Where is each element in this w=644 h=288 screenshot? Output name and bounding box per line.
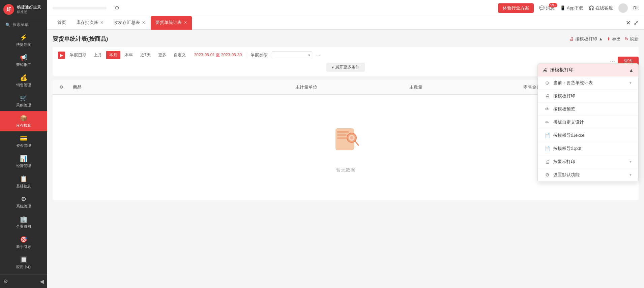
dropdown-item-template-pdf[interactable]: 📄 按模板导出pdf	[538, 142, 638, 155]
sidebar-item-purchase[interactable]: 🛒 采购管理	[0, 91, 47, 111]
th-unit: 主计量单位	[293, 84, 407, 90]
message-item[interactable]: 💬 消息 99+	[539, 5, 555, 11]
date-btn-more[interactable]: 更多	[155, 51, 169, 59]
quick-nav-icon: ⚡	[20, 34, 27, 41]
date-btn-7days[interactable]: 近7天	[137, 51, 154, 59]
sidebar-item-system[interactable]: ⚙ 系统管理	[0, 192, 47, 212]
date-label: 单据日期	[69, 52, 87, 58]
tab-home[interactable]: 首页	[53, 16, 71, 30]
sidebar-item-wechat[interactable]: 💬 企业微信	[0, 273, 47, 275]
date-btn-prev[interactable]: 上月	[91, 51, 105, 59]
operation-icon: 📊	[20, 155, 27, 162]
date-buttons: 上月本月本年近7天更多自定义	[91, 51, 189, 59]
system-icon: ⚙	[21, 195, 26, 203]
sidebar-item-finance[interactable]: 💳 资金管理	[0, 131, 47, 152]
th-product: 商品	[70, 84, 293, 90]
headset-icon: 🎧	[589, 5, 594, 10]
dropdown-item-template-design[interactable]: ✏ 模板自定义设计	[538, 116, 638, 129]
doc-type-select[interactable]	[272, 51, 312, 59]
sidebar-item-sales[interactable]: 💰 销售管理	[0, 71, 47, 91]
dropdown-header: 🖨 按模板打印 ▲	[538, 64, 638, 76]
doc-type-select-wrapper	[272, 51, 312, 59]
inventory-icon: 📦	[20, 115, 27, 122]
logo-text: 畅捷通好生意 标准版	[17, 5, 41, 14]
template-print-icon: 🖨	[545, 93, 550, 99]
template-pdf-icon: 📄	[545, 146, 550, 151]
more-options-icon[interactable]: ···	[316, 53, 320, 58]
chevron-up-icon: ▲	[598, 36, 603, 41]
sidebar-item-marketing[interactable]: 📢 营销推广	[0, 51, 47, 71]
logo-icon: 好	[3, 4, 14, 15]
online-service-item[interactable]: 🎧 在线客服	[589, 5, 613, 11]
sidebar: 好 畅捷通好生意 标准版 🔍 搜索菜单 ⚡ 快捷导航 📢 营销推广 💰 销售管理…	[0, 0, 47, 288]
print-icon: 🖨	[569, 36, 574, 41]
printer-icon: 🖨	[543, 67, 547, 73]
message-badge: 99+	[549, 3, 557, 7]
trial-button[interactable]: 体验行业方案	[498, 3, 534, 13]
topbar-search-display	[53, 7, 107, 9]
dropdown-item-template-excel[interactable]: 📄 按模板导出excel	[538, 129, 638, 142]
sidebar-item-appstore[interactable]: 🔲 应用中心	[0, 253, 47, 273]
page-actions: 🖨 按模板打印 ▲ ⬆ 导出 ↻ 刷新	[569, 36, 639, 42]
tab-order-stats[interactable]: 要货单统计表✕	[151, 16, 192, 30]
app-download-icon: 📱	[560, 5, 565, 10]
filter-toggle-button[interactable]: ▶	[58, 52, 65, 59]
svg-rect-3	[337, 134, 347, 136]
collapse-icon[interactable]: ◀	[40, 278, 44, 285]
export-action-button[interactable]: ⬆ 导出	[607, 36, 621, 42]
empty-text: 暂无数据	[336, 167, 355, 173]
default-func-arrow-icon: ▾	[630, 172, 632, 177]
sidebar-item-operation[interactable]: 📊 经营管理	[0, 152, 47, 172]
sales-icon: 💰	[20, 74, 27, 82]
sidebar-item-newbie[interactable]: 🎯 新手引导	[0, 232, 47, 253]
default-func-icon: ⚙	[545, 172, 550, 178]
settings-icon[interactable]: ⚙	[3, 278, 8, 285]
dropdown-item-display-print[interactable]: 🖨 按显示打印 ▾	[538, 155, 638, 168]
tab-close-inventory-batch[interactable]: ✕	[100, 20, 104, 25]
date-range: 2023-06-01 至 2023-06-30	[194, 52, 242, 58]
sidebar-item-inventory[interactable]: 📦 库存核算	[0, 111, 47, 131]
tab-receipt-summary[interactable]: 收发存汇总表✕	[109, 16, 150, 30]
tab-close-receipt-summary[interactable]: ✕	[142, 20, 145, 25]
user-avatar[interactable]	[618, 3, 628, 13]
topbar-gear-icon[interactable]: ⚙	[115, 5, 119, 11]
page-header: 要货单统计表(按商品) 🖨 按模板打印 ▲ ⬆ 导出 ↻ 刷新	[53, 35, 639, 43]
close-tab-button[interactable]: ✕	[626, 19, 631, 27]
app-download-item[interactable]: 📱 App下载	[560, 5, 583, 11]
finance-icon: 💳	[20, 135, 27, 142]
refresh-icon: ↻	[625, 36, 628, 41]
doc-type-label: 单据类型	[250, 52, 268, 58]
purchase-icon: 🛒	[20, 94, 27, 102]
date-btn-curr[interactable]: 本月	[106, 51, 120, 59]
tab-inventory-batch[interactable]: 库存批次账✕	[71, 16, 108, 30]
template-preview-icon: 👁	[545, 106, 550, 112]
sidebar-search[interactable]: 🔍 搜索菜单	[0, 19, 47, 30]
dropdown-item-template-print[interactable]: 🖨 按模板打印	[538, 90, 638, 103]
th-gear[interactable]: ⚙	[57, 85, 70, 90]
dropdown-title: 🖨 按模板打印	[543, 67, 574, 73]
expand-tab-button[interactable]: ⤢	[634, 19, 639, 27]
print-action-button[interactable]: 🖨 按模板打印 ▲	[569, 36, 603, 42]
tabbar: 首页库存批次账✕收发存汇总表✕要货单统计表✕ ✕ ⤢	[47, 16, 644, 30]
dropdown-item-default-func[interactable]: ⚙ 设置默认功能 ▾	[538, 168, 638, 182]
appstore-icon: 🔲	[20, 256, 27, 263]
refresh-action-button[interactable]: ↻ 刷新	[625, 36, 639, 42]
expand-filter-button[interactable]: ▾ 展开更多条件	[326, 63, 365, 72]
svg-point-8	[350, 136, 353, 139]
dropdown-chevron-icon[interactable]: ▲	[629, 67, 634, 73]
sidebar-item-basic[interactable]: 📋 基础信息	[0, 172, 47, 192]
date-btn-custom[interactable]: 自定义	[171, 51, 189, 59]
sidebar-item-quick-nav[interactable]: ⚡ 快捷导航	[0, 30, 47, 51]
search-icon: 🔍	[5, 23, 10, 27]
dropdown-item-current[interactable]: ⊙ 当前：要货单统计表 ▾	[538, 76, 638, 90]
topbar: ⚙ 体验行业方案 💬 消息 99+ 📱 App下载 🎧 在线客服 Rit	[47, 0, 644, 16]
sidebar-item-corp[interactable]: 🏢 企业协同	[0, 212, 47, 232]
user-name: Rit	[633, 5, 639, 10]
main-area: ⚙ 体验行业方案 💬 消息 99+ 📱 App下载 🎧 在线客服 Rit 首页库…	[47, 0, 644, 288]
dropdown-item-template-preview[interactable]: 👁 按模板预览	[538, 103, 638, 116]
display-print-arrow-icon: ▾	[630, 159, 632, 164]
th-qty: 主数量	[407, 84, 521, 90]
current-template-icon: ⊙	[545, 80, 550, 86]
tab-close-order-stats[interactable]: ✕	[184, 20, 187, 25]
date-btn-year[interactable]: 本年	[122, 51, 136, 59]
